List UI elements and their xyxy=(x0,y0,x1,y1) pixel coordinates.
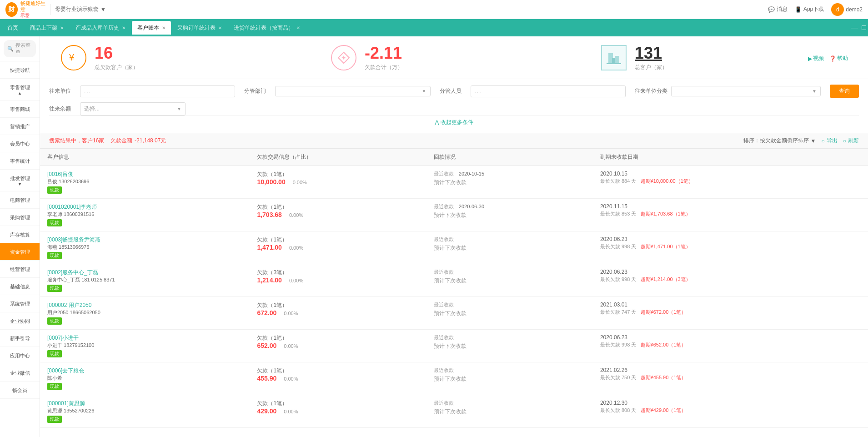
customer-contact-3: 服务中心_丁磊 181 0125 8371 xyxy=(47,276,242,283)
sidebar-item-member-pro[interactable]: 畅会员 xyxy=(0,382,40,399)
menu-search-box[interactable]: 🔍 搜索菜单 xyxy=(4,40,36,57)
sidebar-label-batch-mgmt: 批发管理 xyxy=(2,175,38,182)
tab-purchase-stats-close[interactable]: ✕ xyxy=(296,25,300,30)
overdue-link-7[interactable]: 超期¥429.00（1笔） xyxy=(641,407,687,413)
debt-amount-7[interactable]: 429.00 xyxy=(257,407,276,415)
sidebar-item-marketing[interactable]: 营销推广 xyxy=(0,118,40,135)
sidebar-item-operation[interactable]: 经营管理 xyxy=(0,261,40,278)
overdue-link-3[interactable]: 超期¥1,214.00（3笔） xyxy=(641,276,691,282)
user-menu[interactable]: d demo2 xyxy=(831,3,863,16)
sidebar-item-finance[interactable]: 资金管理 xyxy=(0,243,40,261)
overdue-link-4[interactable]: 超期¥672.00（1笔） xyxy=(641,309,687,315)
customer-name-1[interactable]: [0001020001]李老师 xyxy=(47,203,242,211)
tab-purchase-order[interactable]: 采购订单统计表 ✕ xyxy=(172,21,227,35)
video-button[interactable]: ▶ 视频 xyxy=(808,55,824,62)
filter-row-2: 往来余额 选择... ▼ xyxy=(49,102,859,116)
sidebar-item-guide[interactable]: 新手引导 xyxy=(0,330,40,347)
collapse-label: 收起更多条件 xyxy=(441,119,473,126)
tab-products[interactable]: 商品上下架 ✕ xyxy=(25,21,69,35)
collapse-filters-bar[interactable]: ⋀ 收起更多条件 xyxy=(49,116,859,129)
customer-name-6[interactable]: [0006]去下粮仓 xyxy=(47,367,242,375)
payback-label-5: 最近收款 xyxy=(434,335,454,340)
tab-home[interactable]: 首页 xyxy=(2,21,24,35)
refresh-button[interactable]: ○ 刷新 xyxy=(843,137,859,145)
payback-date-0: 2020-10-15 xyxy=(459,171,484,176)
debt-count-7: 欠款（1笔） xyxy=(257,400,419,407)
debt-amount-1[interactable]: 1,703.68 xyxy=(257,211,282,218)
chevron-icon-batch-mgmt: ▼ xyxy=(2,182,38,186)
tab-customer-account[interactable]: 客户账本 ✕ xyxy=(132,21,171,35)
total-customers-icon xyxy=(600,44,627,71)
tab-purchase-order-close[interactable]: ✕ xyxy=(218,25,222,30)
debt-amount-5[interactable]: 652.00 xyxy=(257,342,276,349)
sidebar-item-batch-mgmt[interactable]: 批发管理 ▼ xyxy=(0,170,40,191)
customer-name-2[interactable]: [0003]畅捷服务尹海燕 xyxy=(47,236,242,244)
window-minimize[interactable]: — xyxy=(851,24,858,32)
svg-rect-5 xyxy=(612,58,615,63)
tab-products-close[interactable]: ✕ xyxy=(60,25,64,30)
debt-amount-2[interactable]: 1,471.00 xyxy=(257,244,282,251)
sort-selector[interactable]: 排序：按欠款金额倒序排序 ▼ xyxy=(743,137,816,145)
sidebar-item-retail-stats[interactable]: 零售统计 xyxy=(0,152,40,170)
sidebar-item-purchase-mgmt[interactable]: 采购管理 xyxy=(0,209,40,226)
export-button[interactable]: ○ 导出 xyxy=(822,137,838,145)
chevron-down-icon: ▼ xyxy=(100,6,106,13)
overdue-link-0[interactable]: 超期¥10,000.00（1笔） xyxy=(641,178,693,184)
customer-name-7[interactable]: [000001]黄思源 xyxy=(47,400,242,407)
debt-amount-6[interactable]: 455.90 xyxy=(257,375,276,382)
debt-customers-label: 总欠款客户（家） xyxy=(95,64,138,71)
overdue-link-2[interactable]: 超期¥1,471.00（1笔） xyxy=(641,244,691,249)
app-download-button[interactable]: 📱 App下载 xyxy=(795,5,824,13)
filter-input-person[interactable]: ... xyxy=(471,85,626,97)
filter-select-balance[interactable]: 选择... ▼ xyxy=(80,102,186,116)
divider xyxy=(50,4,50,15)
debt-count-6: 欠款（1笔） xyxy=(257,367,419,375)
sidebar-item-system[interactable]: 系统管理 xyxy=(0,295,40,312)
message-button[interactable]: 💬 消息 xyxy=(768,5,788,13)
overdue-link-1[interactable]: 超期¥1,703.68（1笔） xyxy=(641,211,691,216)
tab-customer-close[interactable]: ✕ xyxy=(162,25,166,30)
overdue-days-1: 最长欠款 853 天 超期¥1,703.68（1笔） xyxy=(600,211,861,217)
filter-select-dept[interactable]: ▼ xyxy=(275,86,430,96)
overdue-link-6[interactable]: 超期¥455.90（1笔） xyxy=(641,375,687,380)
sidebar-item-quick-nav[interactable]: 快捷导航 xyxy=(0,61,40,79)
sidebar-item-basic-info[interactable]: 基础信息 xyxy=(0,278,40,295)
overdue-days-4: 最长欠款 747 天 超期¥672.00（1笔） xyxy=(600,309,861,316)
table-row: [0002]服务中心_丁磊 服务中心_丁磊 181 0125 8371 现款 欠… xyxy=(40,264,868,297)
sidebar-item-retail-mgmt[interactable]: 零售管理 ▲ xyxy=(0,79,40,100)
message-icon: 💬 xyxy=(768,6,775,13)
sidebar-item-corp-wechat[interactable]: 企业微信 xyxy=(0,364,40,382)
customer-name-5[interactable]: [0007]小进干 xyxy=(47,334,242,342)
debt-amount-3[interactable]: 1,214.00 xyxy=(257,276,282,284)
query-button[interactable]: 查询 xyxy=(830,85,859,98)
debt-amount-0[interactable]: 10,000.00 xyxy=(257,178,285,186)
tab-production[interactable]: 产成品入库单历史 ✕ xyxy=(70,21,131,35)
tab-purchase-stats[interactable]: 进货单统计表（按商品） ✕ xyxy=(228,21,306,35)
customer-name-4[interactable]: [000002]用户2050 xyxy=(47,301,242,309)
sidebar-item-inventory[interactable]: 库存核算 xyxy=(0,226,40,243)
app-label: App下载 xyxy=(803,5,824,13)
filter-item-customer: 往来单位 ... xyxy=(49,85,235,97)
cell-overdue-0: 2020.10.15 最长欠款 884 天 超期¥10,000.00（1笔） xyxy=(593,166,868,199)
tab-purchase-stats-label: 进货单统计表（按商品） xyxy=(234,24,294,32)
sidebar-item-ecommerce[interactable]: 电商管理 xyxy=(0,191,40,209)
company-selector[interactable]: 母婴行业演示账套 ▼ xyxy=(55,5,106,13)
cell-payback-0: 最近收款 2020-10-15 预计下次收款 xyxy=(426,166,593,199)
debt-amount-4[interactable]: 672.00 xyxy=(257,309,276,316)
filter-select-category[interactable]: ▼ xyxy=(671,86,821,96)
customer-badge-2: 现款 xyxy=(47,252,62,259)
tab-production-close[interactable]: ✕ xyxy=(122,25,125,30)
collapse-icon: ⋀ xyxy=(435,119,439,126)
sidebar-item-member[interactable]: 会员中心 xyxy=(0,135,40,152)
filter-input-customer[interactable]: ... xyxy=(80,85,235,97)
sidebar-item-app-center[interactable]: 应用中心 xyxy=(0,347,40,364)
help-button[interactable]: ❓ 帮助 xyxy=(829,55,848,62)
overdue-link-5[interactable]: 超期¥652.00（1笔） xyxy=(641,342,687,347)
sidebar-item-retail-mall[interactable]: 零售商城 xyxy=(0,100,40,118)
debt-count-5: 欠款（1笔） xyxy=(257,334,419,342)
customer-name-3[interactable]: [0002]服务中心_丁磊 xyxy=(47,269,242,276)
payback-label-7: 最近收款 xyxy=(434,400,454,406)
sidebar-item-corp-collab[interactable]: 企业协同 xyxy=(0,312,40,330)
window-maximize[interactable]: □ xyxy=(862,24,866,32)
customer-name-0[interactable]: [0016]吕俊 xyxy=(47,171,242,178)
